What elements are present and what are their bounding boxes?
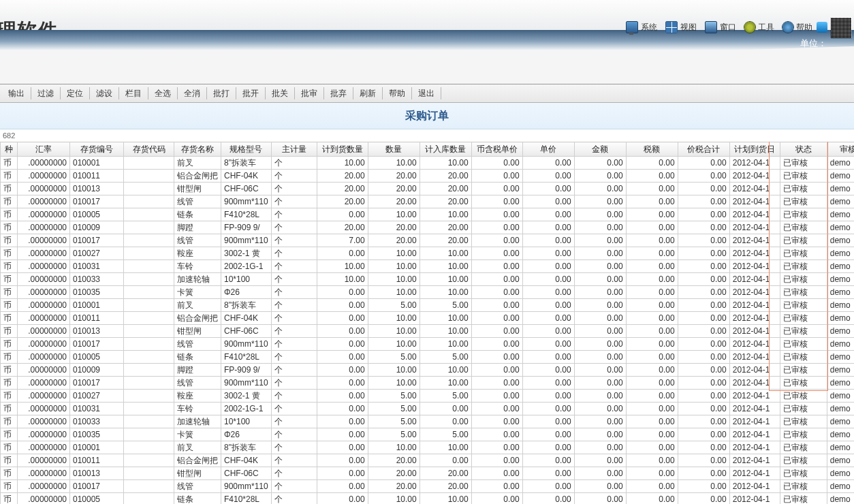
cell[interactable]: 车铃 <box>174 403 221 415</box>
cell[interactable]: 0.00 <box>574 234 626 247</box>
cell[interactable]: 0.00 <box>574 493 626 505</box>
col-header-16[interactable]: 状态 <box>780 142 827 157</box>
cell[interactable]: 币 <box>1 286 18 299</box>
cell[interactable]: 个 <box>271 351 317 364</box>
cell[interactable]: 010001 <box>70 441 124 454</box>
cell[interactable]: .00000000 <box>18 364 70 377</box>
cell[interactable]: 900mm*110 <box>221 480 272 493</box>
cell[interactable]: .00000000 <box>18 195 70 208</box>
cell[interactable]: 0.00 <box>574 338 626 351</box>
cell[interactable]: 0.00 <box>678 441 729 454</box>
cell[interactable]: 0.00 <box>471 364 522 377</box>
cell[interactable]: 2012-04-1 <box>729 208 780 221</box>
cell[interactable]: 币 <box>1 312 18 325</box>
cell[interactable]: 已审核 <box>780 195 827 208</box>
cell[interactable]: demo <box>827 325 854 338</box>
table-row[interactable]: 币.00000000010005链条F410*28L个0.005.005.000… <box>1 351 855 364</box>
cell[interactable]: 0.00 <box>626 286 678 299</box>
cell[interactable]: 0.00 <box>522 454 574 467</box>
cell[interactable]: 2012-04-1 <box>729 183 780 195</box>
cell[interactable]: demo <box>827 312 854 325</box>
cell[interactable]: 0.00 <box>317 467 368 480</box>
cell[interactable]: 已审核 <box>780 247 827 260</box>
cell[interactable]: demo <box>827 454 854 467</box>
cell[interactable]: .00000000 <box>18 260 70 273</box>
cell[interactable]: 0.00 <box>471 338 522 351</box>
cell[interactable]: 个 <box>271 403 317 415</box>
cell[interactable]: 0.00 <box>471 390 522 403</box>
cell[interactable]: demo <box>827 377 854 390</box>
cell[interactable]: 0.00 <box>678 286 729 299</box>
cell[interactable]: 20.00 <box>317 183 368 195</box>
cell[interactable]: 已审核 <box>780 234 827 247</box>
cell[interactable]: 0.00 <box>522 260 574 273</box>
col-header-4[interactable]: 存货名称 <box>174 142 221 157</box>
cell[interactable]: 个 <box>271 390 317 403</box>
cell[interactable]: 0.00 <box>317 338 368 351</box>
cell[interactable]: 0.00 <box>471 351 522 364</box>
cell[interactable]: 0.00 <box>574 390 626 403</box>
cell[interactable]: 0.00 <box>522 493 574 505</box>
table-row[interactable]: 币.00000000010011铝合金闸把CHF-04K个0.0020.000.… <box>1 454 855 467</box>
cell[interactable]: 0.00 <box>574 195 626 208</box>
cell[interactable]: 20.00 <box>420 234 471 247</box>
cell[interactable]: 已审核 <box>780 467 827 480</box>
cell[interactable]: 010017 <box>70 195 124 208</box>
cell[interactable]: 010031 <box>70 260 124 273</box>
col-header-3[interactable]: 存货代码 <box>124 142 174 157</box>
cell[interactable]: 20.00 <box>420 183 471 195</box>
cell[interactable]: 10.00 <box>420 157 471 170</box>
cell[interactable]: 10.00 <box>368 286 420 299</box>
cell[interactable]: demo <box>827 364 854 377</box>
cell[interactable]: 0.00 <box>678 493 729 505</box>
cell[interactable] <box>124 312 174 325</box>
cell[interactable]: 币 <box>1 325 18 338</box>
cell[interactable] <box>124 403 174 415</box>
table-row[interactable]: 币.00000000010017线管900mm*110个20.0020.0020… <box>1 195 855 208</box>
cell[interactable]: 2002-1G-1 <box>221 260 272 273</box>
cell[interactable]: 币 <box>1 338 18 351</box>
cell[interactable]: 010013 <box>70 467 124 480</box>
cell[interactable]: 20.00 <box>420 221 471 234</box>
cell[interactable]: 已审核 <box>780 183 827 195</box>
table-row[interactable]: 币.00000000010013钳型闸CHF-06C个20.0020.0020.… <box>1 183 855 195</box>
toolbar-btn-刷新[interactable]: 刷新 <box>355 86 380 101</box>
cell[interactable]: .00000000 <box>18 221 70 234</box>
cell[interactable]: CHF-06C <box>221 325 272 338</box>
cell[interactable]: 币 <box>1 183 18 195</box>
cell[interactable]: 10.00 <box>317 273 368 286</box>
cell[interactable]: 20.00 <box>368 195 420 208</box>
cell[interactable]: 个 <box>271 208 317 221</box>
top-menu-4[interactable]: 帮助 <box>780 21 829 34</box>
toolbar-btn-过滤[interactable]: 过滤 <box>33 86 58 101</box>
cell[interactable]: 5.00 <box>368 415 420 428</box>
cell[interactable]: 2012-04-1 <box>729 247 780 260</box>
table-row[interactable]: 币.00000000010011铝合金闸把CHF-04K个20.0020.002… <box>1 170 855 183</box>
cell[interactable]: 已审核 <box>780 415 827 428</box>
cell[interactable]: 2012-04-1 <box>729 234 780 247</box>
cell[interactable]: 2012-04-1 <box>729 467 780 480</box>
cell[interactable]: 脚蹬 <box>174 221 221 234</box>
cell[interactable]: 0.00 <box>574 428 626 441</box>
cell[interactable]: 2012-04-1 <box>729 390 780 403</box>
cell[interactable]: 010017 <box>70 377 124 390</box>
cell[interactable]: 币 <box>1 221 18 234</box>
cell[interactable]: 已审核 <box>780 390 827 403</box>
cell[interactable]: 0.00 <box>678 299 729 312</box>
cell[interactable]: 线管 <box>174 195 221 208</box>
cell[interactable]: 0.00 <box>626 183 678 195</box>
cell[interactable]: 010031 <box>70 403 124 415</box>
cell[interactable]: .00000000 <box>18 403 70 415</box>
col-header-10[interactable]: 币含税单价 <box>471 142 522 157</box>
cell[interactable]: F410*28L <box>221 351 272 364</box>
cell[interactable]: 10.00 <box>420 286 471 299</box>
cell[interactable]: 0.00 <box>626 221 678 234</box>
cell[interactable]: .00000000 <box>18 351 70 364</box>
cell[interactable]: 10*100 <box>221 415 272 428</box>
col-header-5[interactable]: 规格型号 <box>221 142 272 157</box>
table-row[interactable]: 币.00000000010035卡簧Φ26个0.0010.0010.000.00… <box>1 286 855 299</box>
cell[interactable]: 个 <box>271 170 317 183</box>
cell[interactable]: 0.00 <box>317 390 368 403</box>
cell[interactable]: 8"拆装车 <box>221 157 272 170</box>
cell[interactable]: 0.00 <box>471 454 522 467</box>
